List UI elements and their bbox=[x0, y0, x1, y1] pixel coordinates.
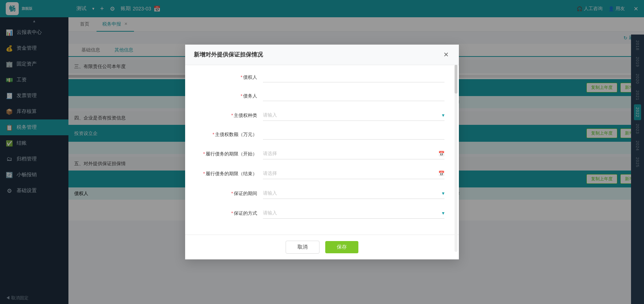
perform-start-picker[interactable]: 请选择 📅 bbox=[263, 148, 444, 159]
guarantee-method-placeholder: 请输入 bbox=[263, 210, 277, 216]
cancel-button[interactable]: 取消 bbox=[286, 241, 319, 254]
modal-close-button[interactable]: ✕ bbox=[442, 50, 450, 59]
debtor-label: *债务人 bbox=[200, 93, 257, 99]
form-row-perform-end: *履行债务的期限（结束） 请选择 📅 bbox=[200, 168, 444, 179]
calendar-start-icon: 📅 bbox=[438, 151, 444, 156]
guarantee-period-arrow-icon: ▾ bbox=[442, 190, 444, 196]
form-row-principal-amount: *主债权数额（万元） bbox=[200, 130, 444, 140]
creditor-label: *债权人 bbox=[200, 74, 257, 81]
principal-type-arrow-icon: ▾ bbox=[442, 112, 444, 118]
modal-title: 新增对外提供保证担保情况 bbox=[194, 51, 263, 59]
form-row-guarantee-method: *保证的方式 请输入 ▾ bbox=[200, 208, 444, 219]
guarantee-period-placeholder: 请输入 bbox=[263, 190, 277, 196]
perform-end-placeholder: 请选择 bbox=[263, 170, 277, 177]
form-row-creditor: *债权人 bbox=[200, 72, 444, 82]
modal-scrollbar[interactable] bbox=[455, 65, 457, 252]
guarantee-period-select[interactable]: 请输入 ▾ bbox=[263, 188, 444, 199]
perform-end-label: *履行债务的期限（结束） bbox=[200, 171, 257, 177]
guarantee-method-arrow-icon: ▾ bbox=[442, 210, 444, 216]
principal-type-label: *主债权种类 bbox=[200, 112, 257, 119]
modal-dialog: 新增对外提供保证担保情况 ✕ *债权人 *债务人 * bbox=[185, 45, 459, 259]
guarantee-period-label: *保证的期间 bbox=[200, 190, 257, 197]
perform-start-placeholder: 请选择 bbox=[263, 150, 277, 157]
modal-overlay: 新增对外提供保证担保情况 ✕ *债权人 *债务人 * bbox=[0, 0, 644, 304]
calendar-end-icon: 📅 bbox=[438, 171, 444, 176]
form-row-perform-start: *履行债务的期限（开始） 请选择 📅 bbox=[200, 148, 444, 159]
guarantee-method-label: *保证的方式 bbox=[200, 210, 257, 217]
form-row-guarantee-period: *保证的期间 请输入 ▾ bbox=[200, 188, 444, 199]
save-button[interactable]: 保存 bbox=[325, 241, 358, 253]
principal-type-select[interactable]: 请输入 ▾ bbox=[263, 110, 444, 121]
modal-body: *债权人 *债务人 *主债权种类 请输入 ▾ bbox=[185, 65, 459, 235]
form-row-principal-type: *主债权种类 请输入 ▾ bbox=[200, 110, 444, 121]
creditor-input[interactable] bbox=[263, 72, 444, 82]
perform-start-label: *履行债务的期限（开始） bbox=[200, 151, 257, 157]
form-row-debtor: *债务人 bbox=[200, 91, 444, 101]
principal-amount-input[interactable] bbox=[263, 130, 444, 140]
principal-type-placeholder: 请输入 bbox=[263, 112, 277, 118]
debtor-input[interactable] bbox=[263, 91, 444, 101]
perform-end-picker[interactable]: 请选择 📅 bbox=[263, 168, 444, 179]
modal-header: 新增对外提供保证担保情况 ✕ bbox=[185, 45, 459, 65]
principal-amount-label: *主债权数额（万元） bbox=[200, 131, 257, 138]
modal-scrollbar-thumb bbox=[455, 65, 457, 94]
modal-footer: 取消 保存 bbox=[185, 235, 459, 259]
guarantee-method-select[interactable]: 请输入 ▾ bbox=[263, 208, 444, 219]
